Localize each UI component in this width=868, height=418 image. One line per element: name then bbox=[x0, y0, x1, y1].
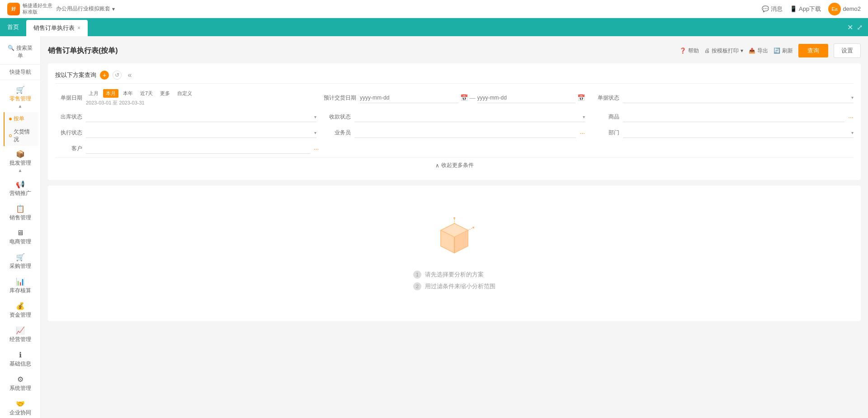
date-tab-this-year[interactable]: 本年 bbox=[120, 89, 136, 98]
sidebar-item-finance[interactable]: 💰 资金管理 bbox=[0, 298, 40, 323]
sidebar-sub-retail: 按单 欠货情况 bbox=[4, 112, 38, 146]
header-right: 💬 消息 📱 App下载 Ea demo2 bbox=[762, 3, 861, 15]
tab-close-icon[interactable]: × bbox=[77, 25, 80, 31]
system-icon: ⚙ bbox=[17, 375, 24, 384]
collapse-chevron-icon: ∧ bbox=[435, 162, 439, 169]
salesperson-more-icon[interactable]: ··· bbox=[580, 129, 585, 137]
help-button[interactable]: ❓ 帮助 bbox=[679, 47, 699, 55]
svg-line-6 bbox=[468, 228, 472, 230]
sidebar-item-sales[interactable]: 📋 销售管理 bbox=[0, 201, 40, 225]
breadcrumb-dropdown-icon[interactable]: ▾ bbox=[112, 6, 115, 12]
department-select[interactable]: ▾ bbox=[623, 128, 854, 138]
sidebar-sub-item-按单[interactable]: 按单 bbox=[5, 112, 38, 125]
date-tab-custom[interactable]: 自定义 bbox=[175, 89, 195, 98]
delivery-status-select[interactable]: ▾ bbox=[86, 112, 316, 122]
logo-area: 好 畅捷通好生意 标准版 bbox=[7, 3, 52, 15]
sidebar-item-purchase[interactable]: 🛒 采购管理 bbox=[0, 249, 40, 274]
execution-status-select-input[interactable] bbox=[86, 129, 314, 136]
sidebar-item-inventory[interactable]: 📊 库存核算 bbox=[0, 274, 40, 298]
tab-home[interactable]: 首页 bbox=[0, 18, 26, 36]
settings-button[interactable]: 设置 bbox=[834, 43, 861, 58]
query-button[interactable]: 查询 bbox=[798, 44, 828, 57]
customer-more-icon[interactable]: ··· bbox=[314, 145, 319, 152]
date-tabs: 上月 本月 本年 近7天 更多 自定义 bbox=[86, 89, 316, 98]
filter-product-field: 商品 ··· bbox=[592, 112, 854, 122]
filter-add-button[interactable]: + bbox=[100, 71, 109, 80]
filter-department-field: 部门 ▾ bbox=[592, 128, 854, 138]
department-label: 部门 bbox=[592, 129, 619, 137]
calendar-icon-start[interactable]: 📅 bbox=[460, 94, 468, 101]
search-menu-button[interactable]: 🔍 搜索菜单 bbox=[4, 43, 37, 62]
inventory-icon: 📊 bbox=[16, 277, 25, 286]
sidebar-item-retail[interactable]: 🛒 零售管理 ▲ bbox=[0, 82, 40, 112]
delivery-status-select-input[interactable] bbox=[86, 114, 314, 120]
sidebar-item-operations[interactable]: 📈 经营管理 bbox=[0, 323, 40, 347]
filter-expected-delivery-field: 预计交货日期 📅 — 📅 bbox=[324, 93, 585, 103]
filter-order-status-field: 单据状态 ▾ bbox=[592, 93, 854, 103]
page-actions: ❓ 帮助 🖨 按模板打印 ▾ 📤 导出 🔄 刷新 查询 设置 bbox=[679, 43, 861, 58]
date-tab-7days[interactable]: 近7天 bbox=[137, 89, 156, 98]
receipt-status-label: 收款状态 bbox=[324, 113, 351, 121]
delivery-status-label: 出库状态 bbox=[55, 113, 82, 121]
filter-delivery-status-field: 出库状态 ▾ bbox=[55, 112, 316, 122]
execution-status-select[interactable]: ▾ bbox=[86, 128, 316, 138]
date-separator: — bbox=[470, 95, 476, 101]
order-status-select-input[interactable] bbox=[623, 95, 851, 101]
date-range-text: 2023-03-01 至 2023-03-31 bbox=[86, 100, 316, 106]
product-more-icon[interactable]: ··· bbox=[848, 114, 854, 121]
sidebar-sub-item-欠货情况[interactable]: 欠货情况 bbox=[5, 125, 38, 146]
sidebar-item-basic[interactable]: ℹ 基础信息 bbox=[0, 347, 40, 371]
order-status-select[interactable]: ▾ bbox=[623, 93, 854, 103]
user-profile[interactable]: Ea demo2 bbox=[828, 3, 861, 15]
expected-delivery-end-input[interactable] bbox=[477, 93, 576, 103]
empty-steps: 1 请先选择要分析的方案 2 用过滤条件来缩小分析范围 bbox=[413, 271, 495, 290]
receipt-status-select-input[interactable] bbox=[354, 114, 583, 120]
filter-panel: 按以下方案查询 + ↺ « 单据日期 上月 本月 本年 bbox=[48, 63, 861, 180]
window-expand-icon[interactable]: ⤢ bbox=[857, 23, 863, 32]
customer-input[interactable] bbox=[86, 143, 310, 154]
date-tab-last-month[interactable]: 上月 bbox=[86, 89, 101, 98]
order-status-label: 单据状态 bbox=[592, 94, 619, 102]
calendar-icon-end[interactable]: 📅 bbox=[577, 94, 585, 101]
window-close-icon[interactable]: ✕ bbox=[847, 23, 853, 32]
sidebar-item-wholesale[interactable]: 📦 批发管理 ▲ bbox=[0, 146, 40, 176]
main-layout: 🔍 搜索菜单 快捷导航 🛒 零售管理 ▲ 按单 欠货情况 📦 批发管理 bbox=[0, 36, 868, 418]
print-button[interactable]: 🖨 按模板打印 ▾ bbox=[704, 47, 743, 55]
tab-bar-actions: ✕ ⤢ bbox=[847, 23, 868, 32]
date-tab-this-month[interactable]: 本月 bbox=[103, 89, 118, 98]
page-header: 销售订单执行表(按单) ❓ 帮助 🖨 按模板打印 ▾ 📤 导出 🔄 刷新 bbox=[48, 43, 861, 58]
tab-sales-order-execution[interactable]: 销售订单执行表 × bbox=[26, 20, 88, 36]
refresh-button[interactable]: 🔄 刷新 bbox=[774, 47, 793, 55]
sidebar-quick-nav[interactable]: 快捷导航 bbox=[0, 66, 40, 80]
salesperson-input[interactable] bbox=[354, 128, 576, 138]
filter-collapse-more-btn[interactable]: ∧ 收起更多条件 bbox=[55, 157, 854, 173]
export-button[interactable]: 📤 导出 bbox=[749, 47, 768, 55]
sidebar-item-ecommerce[interactable]: 🖥 电商管理 bbox=[0, 225, 40, 249]
sidebar-item-enterprise[interactable]: 🤝 企业协同 bbox=[0, 396, 40, 418]
filter-collapse-button[interactable]: « bbox=[125, 71, 134, 80]
help-icon: ❓ bbox=[679, 48, 686, 54]
app-download-action[interactable]: 📱 App下载 bbox=[790, 5, 821, 13]
filter-row-2: 出库状态 ▾ 收款状态 ▾ 商品 bbox=[55, 112, 854, 122]
svg-point-8 bbox=[472, 227, 474, 228]
empty-state: 1 请先选择要分析的方案 2 用过滤条件来缩小分析范围 bbox=[48, 185, 861, 321]
date-tab-more[interactable]: 更多 bbox=[157, 89, 173, 98]
finance-icon: 💰 bbox=[16, 302, 25, 310]
filter-circle-button[interactable]: ↺ bbox=[113, 71, 122, 80]
receipt-status-select[interactable]: ▾ bbox=[354, 112, 585, 122]
filter-customer-field: 客户 ··· bbox=[55, 143, 319, 154]
department-select-input[interactable] bbox=[623, 129, 851, 136]
product-input[interactable] bbox=[623, 112, 844, 122]
sidebar-item-marketing[interactable]: 📢 营销推广 bbox=[0, 176, 40, 201]
delivery-status-dropdown-icon: ▾ bbox=[314, 114, 316, 119]
filter-section-title: 按以下方案查询 bbox=[55, 71, 96, 79]
sidebar-item-system[interactable]: ⚙ 系统管理 bbox=[0, 371, 40, 396]
ecommerce-icon: 🖥 bbox=[17, 229, 24, 237]
page-title: 销售订单执行表(按单) bbox=[48, 46, 118, 56]
expected-delivery-start-input[interactable] bbox=[360, 93, 458, 103]
step-num-2: 2 bbox=[413, 282, 421, 290]
print-dropdown-icon[interactable]: ▾ bbox=[741, 48, 743, 54]
breadcrumb[interactable]: 办公用品行业模拟账套 ▾ bbox=[56, 5, 115, 13]
filter-row-4: 客户 ··· bbox=[55, 143, 854, 154]
message-action[interactable]: 💬 消息 bbox=[762, 5, 783, 13]
